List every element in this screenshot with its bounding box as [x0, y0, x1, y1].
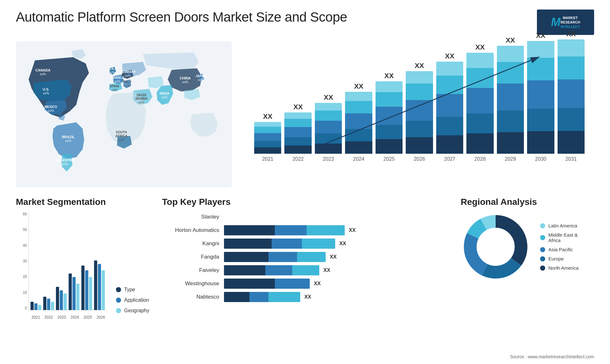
- player-bar-kangni: XX: [224, 239, 448, 249]
- seg-group-2025: [81, 266, 92, 310]
- legend-dot-apac: [540, 247, 545, 252]
- player-row-stanley: Stanley: [162, 212, 448, 222]
- svg-text:xx%: xx%: [62, 162, 68, 166]
- bar-group-2025: XX 2025: [376, 72, 403, 162]
- legend-middle-east-africa: Middle East &Africa: [540, 232, 579, 243]
- regional-section: Regional Analysis: [461, 197, 594, 349]
- legend-dot-geography: [116, 308, 121, 313]
- player-bar-faiveley: XX: [224, 265, 448, 275]
- legend-label-na: North America: [548, 265, 579, 271]
- legend-europe: Europe: [540, 256, 579, 261]
- seg-bars-inner: [29, 212, 106, 310]
- svg-text:GERMANY: GERMANY: [119, 70, 136, 74]
- player-bar-westinghouse: XX: [224, 279, 448, 289]
- bar-group-2029: XX 2029: [497, 36, 524, 162]
- player-row-fangda: Fangda XX: [162, 252, 448, 262]
- bar-group-2023: XX 2023: [315, 93, 342, 162]
- svg-text:U.K.: U.K.: [109, 67, 115, 71]
- players-section: Top Key Players Stanley Horton Automatic…: [162, 197, 448, 349]
- bar-group-2027: XX 2027: [436, 52, 463, 162]
- seg-group-2024: [69, 273, 79, 310]
- svg-text:xx%: xx%: [119, 138, 125, 142]
- legend-label-application: Application: [124, 297, 149, 303]
- svg-text:xx%: xx%: [40, 72, 46, 76]
- logo-letter: M: [551, 16, 560, 29]
- svg-text:xx%: xx%: [43, 91, 49, 95]
- legend-item-application: Application: [116, 297, 149, 303]
- world-map: CANADA xx% U.S. xx% MEXICO xx% BRAZIL xx…: [16, 41, 232, 187]
- svg-text:U.S.: U.S.: [43, 87, 49, 91]
- segmentation-title: Market Segmentation: [16, 197, 149, 207]
- svg-text:BRAZIL: BRAZIL: [62, 135, 75, 139]
- seg-group-2023: [56, 287, 67, 310]
- source-text: Source : www.marketresearchintellect.com: [510, 354, 594, 359]
- page-title: Automatic Platform Screen Doors Market S…: [16, 10, 347, 25]
- svg-text:xx%: xx%: [198, 78, 204, 82]
- legend-dot-application: [116, 298, 121, 303]
- svg-text:AFRICA: AFRICA: [115, 134, 127, 138]
- regional-legend: Latin America Middle East &Africa Asia P…: [540, 223, 579, 271]
- player-name-kangni: Kangni: [162, 240, 219, 247]
- svg-text:ARGENTINA: ARGENTINA: [56, 158, 74, 162]
- seg-x-labels: 2021 2022 2023 2024 2025 2026: [16, 315, 106, 320]
- seg-chart-area: 60 50 40 30 20 10 0: [16, 212, 149, 323]
- donut-chart: [461, 212, 531, 282]
- svg-text:xx%: xx%: [65, 139, 71, 143]
- player-name-fangda: Fangda: [162, 254, 219, 260]
- legend-label-apac: Asia Pacific: [548, 247, 573, 252]
- svg-text:SPAIN: SPAIN: [110, 84, 119, 88]
- player-row-nabtesco: Nabtesco XX: [162, 292, 448, 302]
- player-name-westinghouse: Westinghouse: [162, 280, 219, 287]
- player-bar-stanley: [224, 212, 448, 222]
- player-name-stanley: Stanley: [162, 214, 219, 220]
- players-title: Top Key Players: [162, 197, 448, 207]
- bar-group-2030: XX 2030: [527, 31, 554, 162]
- player-row-horton: Horton Automatics XX: [162, 225, 448, 235]
- svg-text:xx%: xx%: [48, 109, 54, 112]
- svg-text:xx%: xx%: [112, 88, 118, 92]
- svg-text:SAUDI: SAUDI: [136, 93, 146, 97]
- legend-latin-america: Latin America: [540, 223, 579, 228]
- bars-wrapper: XX 2021 XX: [251, 48, 588, 162]
- svg-text:ITALY: ITALY: [123, 80, 132, 84]
- svg-text:MEXICO: MEXICO: [44, 105, 57, 109]
- legend-label-mea: Middle East &Africa: [548, 232, 578, 243]
- seg-group-2026: [94, 260, 105, 310]
- donut-area: Latin America Middle East &Africa Asia P…: [461, 212, 594, 282]
- legend-dot-europe: [540, 256, 545, 261]
- legend-label-europe: Europe: [548, 256, 564, 261]
- world-map-svg: CANADA xx% U.S. xx% MEXICO xx% BRAZIL xx…: [16, 41, 232, 187]
- segmentation-section: Market Segmentation 60 50 40 30 20 10 0: [16, 197, 149, 349]
- bar-group-2022: XX 2022: [284, 103, 311, 162]
- player-bar-horton: XX: [224, 225, 448, 235]
- svg-text:xx%: xx%: [182, 80, 188, 84]
- legend-asia-pacific: Asia Pacific: [540, 247, 579, 252]
- legend-item-geography: Geography: [116, 308, 149, 313]
- svg-point-40: [477, 228, 514, 265]
- svg-text:xx%: xx%: [162, 96, 168, 99]
- legend-dot-mea: [540, 235, 545, 240]
- svg-text:xx%: xx%: [115, 80, 121, 83]
- player-row-westinghouse: Westinghouse XX: [162, 279, 448, 289]
- bottom-section: Market Segmentation 60 50 40 30 20 10 0: [16, 197, 594, 349]
- svg-text:ARABIA: ARABIA: [135, 97, 148, 100]
- legend-label-latin: Latin America: [548, 223, 577, 228]
- player-name-nabtesco: Nabtesco: [162, 294, 219, 300]
- bar-group-2026: XX 2026: [406, 62, 433, 162]
- svg-text:xx%: xx%: [125, 74, 131, 78]
- player-row-faiveley: Faiveley XX: [162, 265, 448, 275]
- players-list: Stanley Horton Automatics XX: [162, 212, 448, 302]
- svg-text:JAPAN: JAPAN: [195, 74, 206, 78]
- svg-text:FRANCE: FRANCE: [111, 76, 124, 79]
- svg-text:CANADA: CANADA: [35, 68, 51, 72]
- player-bar-fangda: XX: [224, 252, 448, 262]
- svg-text:xx%: xx%: [139, 101, 145, 104]
- legend-label-geography: Geography: [124, 308, 149, 313]
- bar-group-2031: XX 2031: [558, 30, 585, 162]
- player-row-kangni: Kangni XX: [162, 239, 448, 249]
- player-bar-nabtesco: XX: [224, 292, 448, 302]
- legend-label-type: Type: [124, 287, 135, 293]
- svg-text:xx%: xx%: [124, 84, 130, 88]
- svg-text:INDIA: INDIA: [160, 91, 169, 95]
- legend-dot-latin: [540, 223, 545, 228]
